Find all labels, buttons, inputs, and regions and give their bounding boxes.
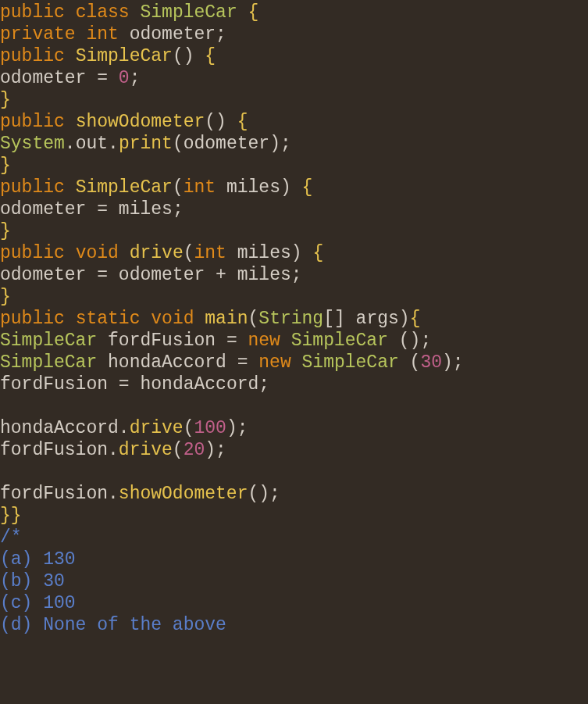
keyword: private — [0, 24, 76, 45]
brace: { — [205, 46, 216, 66]
punct: ; — [258, 374, 269, 395]
method-name: showOdometer — [76, 112, 205, 132]
keyword: int — [194, 243, 226, 263]
paren: ( — [173, 440, 184, 460]
paren: ( — [184, 418, 194, 438]
method-name: SimpleCar — [76, 46, 173, 66]
identifier: out — [76, 134, 108, 154]
number: 20 — [184, 440, 205, 460]
operator: = — [119, 374, 130, 395]
punct: ; — [420, 331, 431, 351]
paren: ) — [291, 243, 302, 263]
method-name: drive — [130, 418, 184, 438]
answer-option-a: (a) 130 — [0, 549, 76, 570]
answer-option-c: (c) 100 — [0, 593, 76, 613]
number: 100 — [194, 418, 226, 438]
identifier: hondaAccord — [140, 374, 258, 395]
keyword: void — [151, 309, 194, 329]
brace: } — [11, 506, 22, 526]
number: 0 — [119, 68, 130, 88]
identifier: miles — [237, 243, 291, 263]
punct: ; — [280, 134, 291, 154]
operator: = — [97, 265, 108, 285]
answer-option-b: (b) 30 — [0, 571, 65, 591]
identifier: System — [0, 134, 65, 154]
identifier: odometer — [0, 265, 86, 285]
paren: ( — [184, 243, 194, 263]
code-block: public class SimpleCar { private int odo… — [0, 0, 588, 636]
brace: { — [410, 309, 421, 329]
method-name: main — [205, 309, 248, 329]
punct: ; — [453, 352, 464, 373]
keyword: public — [0, 112, 65, 132]
operator: = — [237, 352, 248, 373]
identifier: odometer — [0, 68, 86, 88]
keyword: public — [0, 243, 65, 263]
keyword: new — [248, 331, 280, 351]
method-name: SimpleCar — [76, 177, 173, 198]
identifier: fordFusion — [0, 374, 108, 395]
punct: ; — [130, 68, 141, 88]
paren: ) — [280, 177, 291, 198]
punct: ; — [173, 199, 184, 220]
paren: ( — [173, 134, 184, 154]
parens: () — [205, 112, 226, 132]
method-name: drive — [130, 243, 184, 263]
identifier: hondaAccord — [0, 418, 119, 438]
identifier: odometer — [119, 265, 205, 285]
brace: { — [312, 243, 323, 263]
keyword: class — [76, 2, 130, 23]
number: 30 — [420, 352, 442, 373]
brace: { — [302, 177, 313, 198]
type-name: SimpleCar — [0, 331, 97, 351]
paren: ) — [269, 134, 280, 154]
punct: . — [119, 418, 130, 438]
paren: ) — [399, 309, 410, 329]
keyword: int — [86, 24, 118, 45]
punct: ; — [291, 265, 302, 285]
brace: { — [237, 112, 248, 132]
brackets: [] — [323, 309, 345, 329]
type-name: String — [258, 309, 323, 329]
method-name: print — [119, 134, 173, 154]
method-name: showOdometer — [119, 484, 248, 504]
keyword: new — [258, 352, 290, 373]
parens: () — [248, 484, 269, 504]
paren: ) — [442, 352, 453, 373]
identifier: args — [356, 309, 399, 329]
identifier: odometer — [184, 134, 269, 154]
identifier: odometer — [0, 199, 86, 220]
paren: ( — [410, 352, 421, 373]
identifier: hondaAccord — [108, 352, 226, 373]
type-name: SimpleCar — [302, 352, 399, 373]
punct: . — [108, 134, 119, 154]
keyword: int — [184, 177, 216, 198]
identifier: miles — [226, 177, 280, 198]
keyword: public — [0, 46, 65, 66]
type-name: SimpleCar — [0, 352, 97, 373]
identifier: fordFusion — [108, 331, 216, 351]
punct: ; — [216, 440, 226, 460]
paren: ( — [173, 177, 184, 198]
brace: } — [0, 90, 11, 110]
punct: ; — [269, 484, 280, 504]
keyword: public — [0, 309, 65, 329]
keyword: public — [0, 177, 65, 198]
keyword: static — [76, 309, 141, 329]
paren: ) — [226, 418, 237, 438]
identifier: fordFusion — [0, 440, 108, 460]
parens: () — [173, 46, 194, 66]
parens: () — [399, 331, 421, 351]
type-name: SimpleCar — [291, 331, 388, 351]
identifier: fordFusion — [0, 484, 108, 504]
paren: ( — [248, 309, 259, 329]
punct: ; — [237, 418, 248, 438]
identifier: miles — [119, 199, 173, 220]
answer-option-d: (d) None of the above — [0, 615, 226, 635]
brace: { — [248, 2, 259, 23]
punct: ; — [216, 24, 226, 45]
operator: = — [97, 68, 108, 88]
punct: . — [108, 440, 119, 460]
brace: } — [0, 506, 11, 526]
operator: = — [97, 199, 108, 220]
